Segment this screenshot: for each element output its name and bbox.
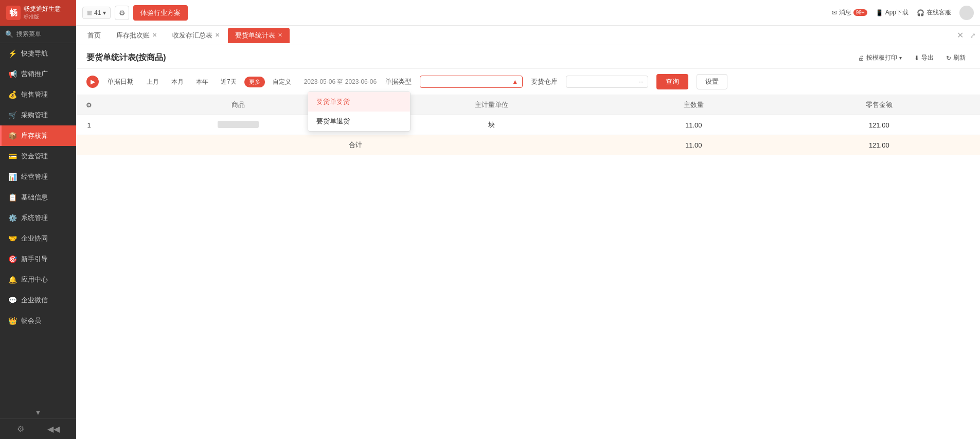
sidebar-item-label: 应用中心 bbox=[21, 275, 48, 284]
query-button[interactable]: 查询 bbox=[656, 74, 688, 89]
sidebar-item-label: 新手引导 bbox=[21, 254, 48, 264]
total-label: 合计 bbox=[102, 135, 609, 155]
online-service-label: 在线客服 bbox=[926, 8, 951, 17]
table-wrap: ⚙ 商品 主计量单位 主数量 零售金额 1 块 bbox=[76, 95, 980, 439]
headset-icon: 🎧 bbox=[917, 9, 924, 16]
settings-button[interactable]: 设置 bbox=[697, 74, 727, 89]
last-7-days-btn[interactable]: 近7天 bbox=[216, 76, 241, 88]
sidebar-item-cooperation[interactable]: 🤝 企业协同 bbox=[0, 228, 76, 249]
dropdown-item-demand-order[interactable]: 要货单要货 bbox=[308, 92, 410, 112]
member-icon: 👑 bbox=[8, 317, 17, 325]
sidebar-item-marketing[interactable]: 📢 营销推广 bbox=[0, 64, 76, 84]
date-buttons: 上月 本月 本年 近7天 更多 自定义 bbox=[142, 76, 296, 88]
store-id-label: ▩ bbox=[87, 9, 92, 16]
online-service-item[interactable]: 🎧 在线客服 bbox=[917, 8, 951, 17]
store-selector[interactable]: ▩ 41 ▾ bbox=[82, 7, 111, 19]
message-icon: ✉ bbox=[832, 9, 837, 16]
page-content: 要货单统计表(按商品) 🖨 按模板打印 ▾ ⬇ 导出 ↻ 刷新 ▶ bbox=[76, 45, 980, 439]
sidebar-item-system[interactable]: ⚙️ 系统管理 bbox=[0, 208, 76, 228]
total-quantity: 11.00 bbox=[609, 135, 778, 155]
header-right: ✉ 消息 99+ 📱 App下载 🎧 在线客服 bbox=[832, 6, 974, 20]
export-label: 导出 bbox=[921, 53, 934, 62]
sidebar-item-finance[interactable]: 💳 资金管理 bbox=[0, 146, 76, 167]
cell-quantity: 11.00 bbox=[609, 115, 778, 135]
total-amount: 121.00 bbox=[778, 135, 980, 155]
sidebar-item-operations[interactable]: 📊 经营管理 bbox=[0, 167, 76, 187]
sidebar-item-sales[interactable]: 💰 销售管理 bbox=[0, 84, 76, 105]
sidebar-item-label: 基础信息 bbox=[21, 193, 48, 202]
tab-receivable-summary-label: 收发存汇总表 bbox=[172, 31, 212, 40]
product-blurred bbox=[218, 121, 259, 128]
collapse-btn[interactable]: ◀◀ bbox=[47, 424, 60, 434]
close-batch-account-icon[interactable]: ✕ bbox=[152, 32, 157, 39]
data-table: ⚙ 商品 主计量单位 主数量 零售金额 1 块 bbox=[76, 95, 980, 155]
refresh-label: 刷新 bbox=[953, 53, 966, 62]
last-month-btn[interactable]: 上月 bbox=[142, 76, 164, 88]
sidebar-nav: ⚡ 快捷导航 📢 营销推广 💰 销售管理 🛒 采购管理 📦 库存核算 💳 资金管… bbox=[0, 43, 76, 407]
sidebar-item-label: 库存核算 bbox=[21, 131, 48, 140]
col-gear[interactable]: ⚙ bbox=[76, 95, 102, 115]
logo-area: 畅 畅捷通好生意 标准版 bbox=[0, 0, 76, 26]
sidebar-search[interactable]: 🔍 搜索菜单 bbox=[0, 26, 76, 43]
app-download-item[interactable]: 📱 App下载 bbox=[876, 8, 908, 17]
tab-batch-account[interactable]: 库存批次账 ✕ bbox=[109, 28, 164, 43]
settings-btn[interactable]: ⚙ bbox=[17, 424, 24, 434]
basic-info-icon: 📋 bbox=[8, 193, 17, 202]
sidebar-item-label: 资金管理 bbox=[21, 152, 48, 161]
close-all-tabs-btn[interactable]: ✕ bbox=[957, 30, 964, 40]
print-template-btn[interactable]: 🖨 按模板打印 ▾ bbox=[854, 51, 906, 64]
tab-demand-stats[interactable]: 要货单统计表 ✕ bbox=[228, 28, 290, 43]
search-label: 搜索菜单 bbox=[16, 30, 41, 39]
warehouse-selector[interactable]: ··· bbox=[566, 76, 648, 88]
header-left: ▩ 41 ▾ ⚙ 体验行业方案 bbox=[82, 5, 188, 21]
this-year-btn[interactable]: 本年 bbox=[191, 76, 213, 88]
tab-home[interactable]: 首页 bbox=[80, 28, 108, 43]
main-area: ▩ 41 ▾ ⚙ 体验行业方案 ✉ 消息 99+ 📱 App下载 🎧 在线客服 bbox=[76, 0, 980, 439]
page-title: 要货单统计表(按商品) bbox=[86, 52, 166, 63]
sidebar-item-label: 采购管理 bbox=[21, 111, 48, 120]
sidebar-item-member[interactable]: 👑 畅会员 bbox=[0, 310, 76, 331]
filter-expand-btn[interactable]: ▶ bbox=[86, 76, 99, 88]
tab-receivable-summary[interactable]: 收发存汇总表 ✕ bbox=[165, 28, 227, 43]
sidebar-item-quick-nav[interactable]: ⚡ 快捷导航 bbox=[0, 43, 76, 64]
close-receivable-summary-icon[interactable]: ✕ bbox=[215, 32, 220, 39]
col-amount: 零售金额 bbox=[778, 95, 980, 115]
logo-sub: 标准版 bbox=[24, 13, 61, 21]
sidebar-item-purchase[interactable]: 🛒 采购管理 bbox=[0, 105, 76, 125]
tabs-bar-end: ✕ ⤢ bbox=[955, 30, 976, 40]
expand-tabs-btn[interactable]: ⤢ bbox=[970, 31, 976, 40]
table-header-row: ⚙ 商品 主计量单位 主数量 零售金额 bbox=[76, 95, 980, 115]
custom-date-btn[interactable]: 自定义 bbox=[268, 76, 296, 88]
sidebar-item-wechat[interactable]: 💬 企业微信 bbox=[0, 290, 76, 310]
trial-button[interactable]: 体验行业方案 bbox=[133, 5, 188, 21]
tab-home-label: 首页 bbox=[87, 31, 101, 40]
tab-batch-account-label: 库存批次账 bbox=[116, 31, 150, 40]
refresh-btn[interactable]: ↻ 刷新 bbox=[942, 51, 970, 64]
this-month-btn[interactable]: 本月 bbox=[167, 76, 188, 88]
header-gear-btn[interactable]: ⚙ bbox=[115, 6, 129, 20]
export-btn[interactable]: ⬇ 导出 bbox=[910, 51, 938, 64]
sidebar-item-label: 畅会员 bbox=[21, 316, 41, 325]
quick-nav-icon: ⚡ bbox=[8, 49, 17, 58]
close-demand-stats-icon[interactable]: ✕ bbox=[278, 32, 282, 39]
type-input[interactable] bbox=[424, 78, 510, 85]
avatar[interactable] bbox=[959, 6, 974, 20]
sidebar-item-label: 快捷导航 bbox=[21, 49, 48, 58]
refresh-icon: ↻ bbox=[946, 54, 951, 62]
sidebar-scroll-down[interactable]: ▼ bbox=[0, 407, 76, 418]
finance-icon: 💳 bbox=[8, 152, 17, 160]
sidebar-item-inventory[interactable]: 📦 库存核算 bbox=[0, 125, 76, 146]
sidebar-item-app-center[interactable]: 🔔 应用中心 bbox=[0, 269, 76, 290]
messages-item[interactable]: ✉ 消息 99+ bbox=[832, 8, 867, 17]
warehouse-more-icon: ··· bbox=[638, 78, 644, 85]
marketing-icon: 📢 bbox=[8, 70, 17, 78]
logo-icon: 畅 bbox=[6, 6, 21, 20]
phone-icon: 📱 bbox=[876, 9, 883, 16]
dropdown-item-demand-return[interactable]: 要货单退货 bbox=[308, 112, 410, 131]
sidebar-bottom: ⚙ ◀◀ bbox=[0, 418, 76, 439]
type-selector[interactable]: ▲ bbox=[420, 76, 523, 88]
sidebar-item-guide[interactable]: 🎯 新手引导 bbox=[0, 249, 76, 269]
guide-icon: 🎯 bbox=[8, 255, 17, 263]
sidebar-item-basic-info[interactable]: 📋 基础信息 bbox=[0, 187, 76, 208]
more-dates-btn[interactable]: 更多 bbox=[244, 77, 265, 87]
